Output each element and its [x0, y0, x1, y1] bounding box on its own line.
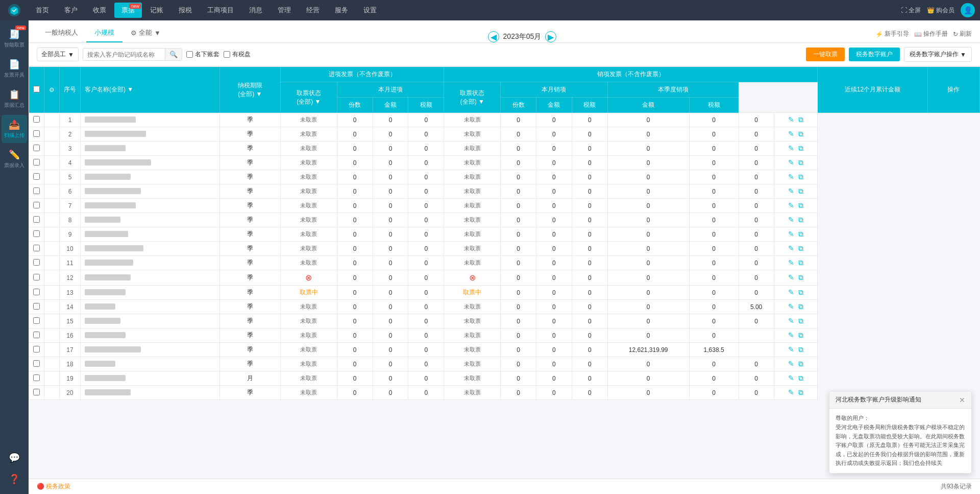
row-checkbox[interactable] [33, 289, 40, 295]
one-click-ticket-btn[interactable]: 一键取票 [806, 48, 845, 61]
row-copy-btn[interactable]: ⧉ [798, 201, 803, 209]
row-copy-btn[interactable]: ⧉ [798, 130, 803, 138]
row-edit-btn[interactable]: ✎ [788, 201, 794, 209]
tax-policy-link[interactable]: 🔴 税务政策 [37, 482, 70, 491]
manual-btn[interactable]: 📖 操作手册 [914, 30, 948, 38]
row-edit-btn[interactable]: ✎ [788, 302, 794, 311]
row-copy-btn[interactable]: ⧉ [798, 388, 803, 396]
fullscreen-btn[interactable]: ⛶ 全屏 [901, 6, 921, 15]
row-edit-btn[interactable]: ✎ [788, 158, 794, 167]
row-edit-btn[interactable]: ✎ [788, 258, 794, 267]
row-copy-btn[interactable]: ⧉ [798, 317, 803, 325]
search-input[interactable] [83, 49, 165, 60]
tab-general[interactable]: 一般纳税人 [37, 24, 86, 42]
nav-tax[interactable]: 报税 [172, 3, 199, 18]
row-edit-btn[interactable]: ✎ [788, 216, 794, 224]
row-copy-btn[interactable]: ⧉ [798, 187, 803, 195]
row-checkbox[interactable] [33, 159, 40, 166]
row-copy-btn[interactable]: ⧉ [798, 244, 803, 252]
row-edit-btn[interactable]: ✎ [788, 144, 794, 152]
nav-manage[interactable]: 管理 [271, 3, 298, 18]
row-edit-btn[interactable]: ✎ [788, 317, 794, 325]
nav-home[interactable]: 首页 [29, 3, 56, 18]
row-checkbox[interactable] [33, 346, 40, 352]
nav-message[interactable]: 消息 [242, 3, 270, 18]
row-edit-btn[interactable]: ✎ [788, 187, 794, 195]
date-prev-btn[interactable]: ◀ [488, 31, 499, 42]
row-copy-btn[interactable]: ⧉ [798, 345, 803, 354]
row-checkbox[interactable] [33, 173, 40, 180]
row-edit-btn[interactable]: ✎ [788, 230, 794, 238]
row-checkbox[interactable] [33, 360, 40, 367]
notification-close-btn[interactable]: ✕ [959, 396, 965, 404]
row-edit-btn[interactable]: ✎ [788, 345, 794, 354]
row-checkbox[interactable] [33, 145, 40, 151]
nav-operation[interactable]: 经营 [299, 3, 327, 18]
row-copy-btn[interactable]: ⧉ [798, 230, 803, 238]
row-edit-btn[interactable]: ✎ [788, 273, 794, 281]
row-checkbox[interactable] [33, 202, 40, 208]
row-edit-btn[interactable]: ✎ [788, 374, 794, 382]
select-all-checkbox[interactable] [33, 86, 40, 92]
row-checkbox[interactable] [33, 374, 40, 381]
row-copy-btn[interactable]: ⧉ [798, 216, 803, 224]
tax-operations-btn[interactable]: 税务数字账户操作 ▼ [904, 47, 972, 62]
row-checkbox[interactable] [33, 259, 40, 266]
row-copy-btn[interactable]: ⧉ [798, 273, 803, 281]
row-edit-btn[interactable]: ✎ [788, 115, 794, 124]
th-client-name[interactable]: 客户名称(全部) ▼ [81, 67, 220, 113]
search-button[interactable]: 🔍 [165, 49, 182, 60]
row-checkbox[interactable] [33, 317, 40, 324]
sidebar-item-scan-upload[interactable]: 📤 扫描上传 [2, 115, 27, 143]
row-copy-btn[interactable]: ⧉ [798, 374, 803, 382]
row-checkbox[interactable] [33, 216, 40, 223]
row-copy-btn[interactable]: ⧉ [798, 115, 803, 124]
row-checkbox[interactable] [33, 274, 40, 280]
refresh-btn[interactable]: ↻ 刷新 [953, 30, 972, 38]
sidebar-item-message[interactable]: 💬 [2, 448, 27, 467]
row-checkbox[interactable] [33, 230, 40, 237]
row-copy-btn[interactable]: ⧉ [798, 144, 803, 152]
nav-business[interactable]: 工商项目 [200, 3, 241, 18]
employee-select[interactable]: 全部员工 ▼ [37, 48, 79, 61]
user-avatar[interactable]: 👤 [961, 3, 975, 17]
row-checkbox[interactable] [33, 130, 40, 137]
tab-small-scale[interactable]: 小规模 [86, 24, 122, 42]
th-out-status[interactable]: 取票状态(全部) ▼ [444, 82, 501, 113]
taxdisk-checkbox-label[interactable]: 有税盘 [224, 50, 251, 59]
row-copy-btn[interactable]: ⧉ [798, 173, 803, 181]
row-checkbox[interactable] [33, 303, 40, 310]
accounts-checkbox[interactable] [186, 51, 193, 58]
row-checkbox[interactable] [33, 245, 40, 251]
row-edit-btn[interactable]: ✎ [788, 331, 794, 339]
nav-client[interactable]: 客户 [57, 3, 85, 18]
row-edit-btn[interactable]: ✎ [788, 360, 794, 368]
row-copy-btn[interactable]: ⧉ [798, 158, 803, 167]
nav-receive[interactable]: 收票 [86, 3, 113, 18]
new-guide-btn[interactable]: ⚡ 新手引导 [875, 30, 909, 38]
th-in-status[interactable]: 取票状态(全部) ▼ [280, 82, 337, 113]
date-next-btn[interactable]: ▶ [545, 31, 556, 42]
nav-ticket[interactable]: 票据 new [114, 3, 142, 18]
sidebar-item-ticket-summary[interactable]: 📋 票据汇总 [2, 85, 27, 113]
row-copy-btn[interactable]: ⧉ [798, 288, 803, 296]
row-checkbox[interactable] [33, 332, 40, 338]
tax-digital-btn[interactable]: 税务数字账户 [849, 48, 900, 61]
row-copy-btn[interactable]: ⧉ [798, 258, 803, 267]
row-copy-btn[interactable]: ⧉ [798, 302, 803, 311]
row-edit-btn[interactable]: ✎ [788, 130, 794, 138]
row-copy-btn[interactable]: ⧉ [798, 360, 803, 368]
sidebar-item-smart-ticket[interactable]: 🧾 智能取票 new [2, 25, 27, 53]
row-checkbox[interactable] [33, 389, 40, 395]
row-edit-btn[interactable]: ✎ [788, 244, 794, 252]
taxdisk-checkbox[interactable] [224, 51, 230, 58]
nav-settings[interactable]: 设置 [356, 3, 384, 18]
row-checkbox[interactable] [33, 116, 40, 123]
row-checkbox[interactable] [33, 187, 40, 194]
sidebar-item-invoice-issue[interactable]: 📄 发票开具 [2, 55, 27, 83]
sidebar-item-ticket-entry[interactable]: ✏️ 票据录入 [2, 145, 27, 173]
member-btn[interactable]: 👑 购会员 [927, 6, 954, 15]
nav-service[interactable]: 服务 [328, 3, 355, 18]
row-edit-btn[interactable]: ✎ [788, 173, 794, 181]
app-logo[interactable] [5, 1, 23, 19]
